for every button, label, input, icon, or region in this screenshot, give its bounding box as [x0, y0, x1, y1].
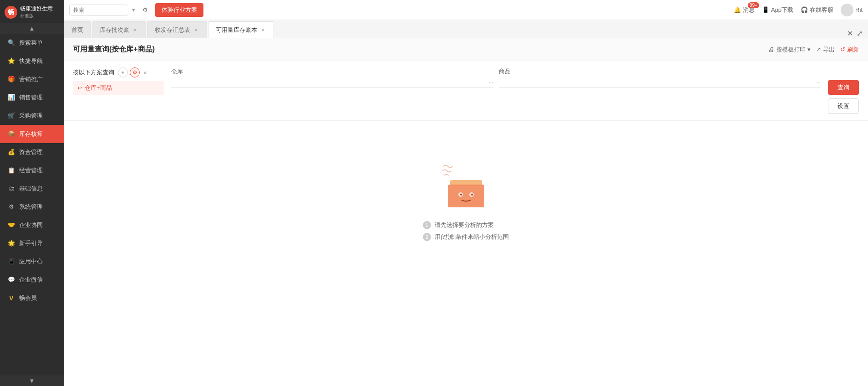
bell-icon: 🔔	[734, 6, 741, 13]
refresh-icon: ↺	[840, 46, 845, 53]
tab-close-summary[interactable]: ×	[193, 27, 199, 33]
export-icon: ↗	[816, 46, 821, 53]
handshake-icon: 🤝	[7, 221, 15, 229]
sidebar-item-search[interactable]: 🔍 搜索菜单	[0, 34, 64, 52]
filter-label-actions: + ⚙	[118, 67, 140, 77]
star-icon: ⭐	[7, 57, 15, 65]
chat-icon: 💬	[7, 276, 15, 284]
filter-label: 按以下方案查询 + ⚙ «	[73, 67, 164, 77]
tab-available[interactable]: 可用量库存账本 ×	[208, 21, 274, 38]
chevron-down-icon[interactable]: ▾	[132, 6, 135, 13]
scheme-settings-btn[interactable]: ⚙	[130, 67, 140, 77]
page-content: 可用量查询(按仓库+商品) 🖨 按模板打印 ▾ ↗ 导出 ↺ 刷新	[64, 38, 868, 386]
money-icon: 💰	[7, 148, 15, 156]
topbar-right: 🔔 消息 99+ 📱 App下载 🎧 在线客服 Rit	[734, 4, 863, 16]
sidebar-scroll-up[interactable]: ▲	[0, 23, 64, 34]
gear-icon[interactable]: ⚙	[139, 4, 152, 16]
sidebar-item-purchase[interactable]: 🛒 采购管理	[0, 107, 64, 125]
sidebar-item-system[interactable]: ⚙ 系统管理	[0, 198, 64, 216]
tab-close-batch[interactable]: ×	[132, 27, 138, 33]
filter-left: 按以下方案查询 + ⚙ « ↩ 仓库+商品	[73, 67, 164, 95]
scheme-option[interactable]: ↩ 仓库+商品	[73, 81, 164, 95]
page-header: 可用量查询(按仓库+商品) 🖨 按模板打印 ▾ ↗ 导出 ↺ 刷新	[64, 38, 868, 61]
gear-icon: ⚙	[7, 203, 15, 211]
svg-point-4	[460, 194, 462, 196]
tabbar: 首页 库存批次账 × 收发存汇总表 × 可用量库存账本 × ✕ ⤢	[64, 20, 868, 38]
logo-sub: 标准版	[20, 13, 53, 19]
empty-state-hints: 1 请先选择要分析的方案 2 用[过滤]条件来缩小分析范围	[423, 221, 509, 241]
settings-button[interactable]: 设置	[828, 98, 859, 114]
logo-name: 畅康通好生意	[20, 5, 53, 13]
warehouse-more-btn[interactable]: ···	[488, 79, 493, 86]
sidebar: 畅 畅康通好生意 标准版 ▲ 🔍 搜索菜单 ⭐ 快捷导航 🎁 营销推广	[0, 0, 64, 386]
online-service-btn[interactable]: 🎧 在线客服	[801, 6, 833, 14]
notification-btn[interactable]: 🔔 消息 99+	[734, 6, 755, 14]
sidebar-item-marketing[interactable]: 🎁 营销推广	[0, 70, 64, 88]
window-close-icon[interactable]: ✕	[847, 29, 853, 38]
sidebar-item-enterprise[interactable]: 🤝 企业协同	[0, 216, 64, 234]
query-button[interactable]: 查询	[828, 80, 859, 95]
collapse-icon[interactable]: «	[143, 69, 147, 76]
expand-icon[interactable]: ⤢	[857, 29, 863, 38]
phone-icon: 📱	[7, 257, 15, 266]
empty-state-illustration	[439, 157, 493, 212]
sidebar-item-operations[interactable]: 📋 经营管理	[0, 161, 64, 180]
sidebar-item-member[interactable]: V 畅会员	[0, 289, 64, 307]
sidebar-logo: 畅 畅康通好生意 标准版	[5, 5, 59, 19]
sidebar-nav: 🔍 搜索菜单 ⭐ 快捷导航 🎁 营销推广 📊 销售管理 🛒 采购管理 📦	[0, 34, 64, 376]
user-menu[interactable]: Rit	[841, 4, 863, 16]
print-btn[interactable]: 🖨 按模板打印 ▾	[768, 46, 811, 54]
scheme-icon: ↩	[77, 85, 82, 91]
topbar-search	[69, 5, 128, 15]
empty-hint-2: 2 用[过滤]条件来缩小分析范围	[423, 233, 509, 241]
sidebar-item-finance[interactable]: 💰 资金管理	[0, 143, 64, 161]
headset-icon: 🎧	[801, 6, 808, 13]
filter-right: 仓库 ··· 商品 ···	[171, 67, 821, 88]
cart-icon: 🛒	[7, 112, 15, 120]
svg-rect-1	[448, 185, 484, 207]
warehouse-field: 仓库 ···	[171, 67, 493, 88]
sidebar-item-shortcut[interactable]: ⭐ 快捷导航	[0, 52, 64, 70]
goods-input[interactable]: ···	[499, 77, 821, 88]
svg-point-5	[471, 194, 473, 196]
box-icon: 📦	[7, 130, 15, 138]
tab-summary[interactable]: 收发存汇总表 ×	[147, 21, 207, 38]
page-title: 可用量查询(按仓库+商品)	[73, 45, 155, 54]
filter-actions: 查询 设置	[828, 67, 859, 114]
filter-panel: 按以下方案查询 + ⚙ « ↩ 仓库+商品 仓库	[64, 61, 868, 121]
logo-icon: 畅	[5, 6, 17, 19]
app-download-btn[interactable]: 📱 App下载	[762, 6, 793, 14]
phone2-icon: 📱	[762, 6, 769, 13]
sidebar-item-appcenter[interactable]: 📱 应用中心	[0, 252, 64, 271]
sidebar-item-newbie[interactable]: 🌟 新手引导	[0, 234, 64, 252]
clipboard-icon: 📋	[7, 166, 15, 175]
goods-more-btn[interactable]: ···	[816, 79, 821, 86]
tab-actions: ✕ ⤢	[847, 29, 868, 38]
tab-batch[interactable]: 库存批次账 ×	[92, 21, 146, 38]
export-btn[interactable]: ↗ 导出	[816, 46, 835, 54]
refresh-btn[interactable]: ↺ 刷新	[840, 46, 859, 54]
chart-icon: 📊	[7, 93, 15, 102]
avatar	[841, 4, 853, 16]
warehouse-input[interactable]: ···	[171, 77, 493, 88]
add-scheme-btn[interactable]: +	[118, 67, 128, 77]
sidebar-item-basic[interactable]: 🗂 基础信息	[0, 180, 64, 198]
sidebar-item-wechat[interactable]: 💬 企业微信	[0, 271, 64, 289]
tab-close-available[interactable]: ×	[260, 27, 266, 33]
sidebar-item-inventory[interactable]: 📦 库存核算	[0, 125, 64, 143]
page-header-actions: 🖨 按模板打印 ▾ ↗ 导出 ↺ 刷新	[768, 46, 859, 54]
search-icon: 🔍	[7, 39, 15, 47]
gift-icon: 🎁	[7, 75, 15, 83]
sidebar-item-sales[interactable]: 📊 销售管理	[0, 88, 64, 107]
main-content: ▾ ⚙ 体验行业方案 🔔 消息 99+ 📱 App下载 🎧 在线客服	[64, 0, 868, 386]
industry-btn[interactable]: 体验行业方案	[155, 3, 203, 17]
print-chevron-icon: ▾	[807, 46, 811, 53]
notification-badge: 99+	[748, 2, 759, 8]
sidebar-scroll-down[interactable]: ▼	[0, 376, 64, 386]
sidebar-header: 畅 畅康通好生意 标准版	[0, 0, 64, 23]
topbar: ▾ ⚙ 体验行业方案 🔔 消息 99+ 📱 App下载 🎧 在线客服	[64, 0, 868, 20]
search-input[interactable]	[69, 5, 128, 15]
tab-home[interactable]: 首页	[64, 21, 91, 38]
printer-icon: 🖨	[768, 46, 774, 53]
member-icon: V	[7, 294, 15, 302]
